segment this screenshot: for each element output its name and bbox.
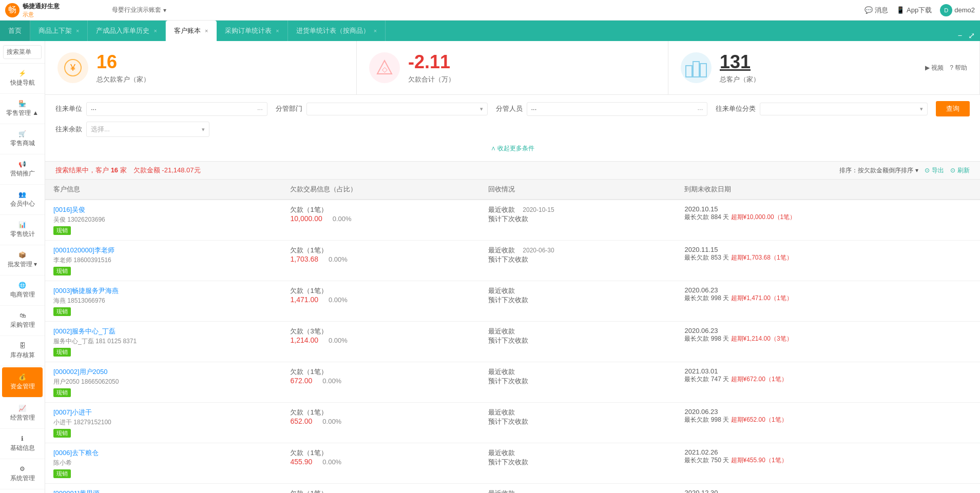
customer-sub-3: 服务中心_丁磊 181 0125 8371	[53, 337, 274, 346]
tab-purchase-order-close[interactable]: ×	[276, 28, 279, 34]
cell-overdue-0: 2020.10.15 最长欠款 884 天 超期¥10,000.00（1笔）	[676, 200, 980, 241]
stat-info-3: 131 总客户（家）	[720, 51, 760, 84]
sort-arrow: ▾	[915, 167, 918, 174]
main-area: 搜索菜单 ⚡ 快捷导航 🏪 零售管理 ▲ 🛒 零售商城 📢 营销推广 👥 会员中…	[0, 41, 980, 493]
overdue-link-5[interactable]: 超期¥652.00（1笔）	[731, 416, 787, 423]
cell-customer-4: [000002]用户2050 用户2050 18665062050 现销	[45, 362, 282, 403]
collection-info-0: 最近收款 2020-10-15	[488, 205, 668, 214]
sidebar-item-retail-mgmt[interactable]: 🏪 零售管理 ▲	[0, 94, 45, 124]
help-btn[interactable]: ? 帮助	[950, 64, 967, 72]
tab-production-history[interactable]: 产成品入库单历史 ×	[88, 21, 165, 41]
customer-name-link-6[interactable]: [0006]去下粮仓	[53, 448, 274, 458]
filter-dept-select[interactable]: ▾	[306, 103, 488, 115]
customer-sub-1: 李老师 18600391516	[53, 256, 274, 265]
result-prefix: 搜索结果中，客户	[55, 166, 109, 174]
cell-overdue-2: 2020.06.23 最长欠款 998 天 超期¥1,471.00（1笔）	[676, 281, 980, 322]
stats-row: ¥ 16 总欠款客户（家） ◇ -2.11 欠款合计（万）	[45, 41, 980, 95]
filter-category: 往来单位分类 ▾	[716, 103, 928, 115]
tab-products-offshelf-close[interactable]: ×	[76, 28, 79, 34]
last-collect-label-3: 最近收款	[488, 327, 515, 335]
sidebar-item-purchase[interactable]: 🛍 采购管理	[0, 306, 45, 336]
sidebar-item-marketing[interactable]: 📢 营销推广	[0, 154, 45, 185]
sidebar-item-batch-mgmt[interactable]: 📦 批发管理 ▾	[0, 245, 45, 275]
filter-balance-select[interactable]: 选择... ▾	[86, 122, 209, 137]
sidebar-item-inventory[interactable]: 🗄 库存核算	[0, 336, 45, 366]
refresh-icon: ⊙	[950, 167, 955, 174]
tab-home[interactable]: 首页	[0, 21, 30, 41]
filter-person-label: 分管人员	[496, 104, 523, 113]
svg-text:¥: ¥	[70, 63, 76, 73]
sidebar-item-ecommerce[interactable]: 🌐 电商管理	[0, 275, 45, 306]
sidebar-item-system[interactable]: ⚙ 系统管理	[0, 459, 45, 489]
industry-label: 母婴行业演示账套	[112, 6, 161, 14]
sidebar-item-enterprise[interactable]: 🏢 企业协同	[0, 489, 45, 493]
customer-sub-0: 吴俊 13026203696	[53, 215, 274, 224]
last-collect-label-2: 最近收款	[488, 287, 515, 294]
owe-count-1: 欠款（1笔）	[290, 246, 471, 255]
sidebar-item-retail-mall[interactable]: 🛒 零售商城	[0, 124, 45, 154]
sidebar-item-base-info[interactable]: ℹ 基础信息	[0, 429, 45, 459]
tab-customer-account-close[interactable]: ×	[205, 28, 208, 34]
sidebar-item-finance[interactable]: 💰 资金管理	[2, 367, 43, 398]
filter-category-select[interactable]: ▾	[760, 103, 928, 115]
owe-count-6: 欠款（1笔）	[290, 448, 471, 458]
customer-name-link-3[interactable]: [0002]服务中心_丁磊	[53, 327, 274, 336]
overdue-link-4[interactable]: 超期¥672.00（1笔）	[731, 376, 787, 383]
tab-shrink-icon[interactable]: －	[956, 30, 964, 41]
filter-person-input[interactable]: ···	[527, 102, 708, 116]
tab-purchase-stats-close[interactable]: ×	[374, 28, 377, 34]
tab-purchase-stats[interactable]: 进货单统计表（按商品） ×	[288, 21, 386, 41]
top-bar-right: 💬 消息 📱 App下载 D demo2	[864, 4, 975, 16]
tab-customer-account[interactable]: 客户账本 ×	[166, 21, 217, 41]
ecommerce-icon: 🌐	[18, 282, 26, 289]
app-download-btn[interactable]: 📱 App下载	[896, 6, 932, 15]
overdue-link-3[interactable]: 超期¥1,214.00（3笔）	[731, 335, 793, 342]
sort-select[interactable]: 排序：按欠款金额倒序排序 ▾	[839, 166, 918, 175]
video-btn[interactable]: ▶ 视频	[925, 64, 944, 72]
filter-unit-input[interactable]: ···	[86, 102, 267, 116]
overdue-date-4: 2021.03.01	[684, 367, 972, 375]
customer-name-link-5[interactable]: [0007]小进干	[53, 408, 274, 417]
customer-name-link-4[interactable]: [000002]用户2050	[53, 367, 274, 377]
logo-area: 畅 畅捷通好生意 示意	[5, 2, 108, 18]
overdue-days-5: 最长欠款 998 天 超期¥652.00（1笔）	[684, 416, 972, 424]
customer-name-link-2[interactable]: [0003]畅捷服务尹海燕	[53, 286, 274, 295]
cell-overdue-5: 2020.06.23 最长欠款 998 天 超期¥652.00（1笔）	[676, 403, 980, 443]
overdue-link-1[interactable]: 超期¥1,703.68（1笔）	[731, 254, 793, 261]
overdue-link-2[interactable]: 超期¥1,471.00（1笔）	[731, 294, 793, 302]
tab-expand-icon[interactable]: ⤢	[968, 31, 975, 41]
tab-purchase-order[interactable]: 采购订单统计表 ×	[217, 21, 287, 41]
result-info: 搜索结果中，客户 16 家 欠款金额 -21,148.07元	[55, 166, 201, 175]
customer-name-link-7[interactable]: [000001]黄思源	[53, 489, 274, 493]
search-btn[interactable]: 查询	[936, 101, 970, 116]
customer-tag-4: 现销	[53, 388, 71, 397]
customer-name-link-1[interactable]: [0001020000]李老师	[53, 246, 274, 255]
retail-mgmt-label: 零售管理 ▲	[6, 109, 39, 117]
owe-count-0: 欠款（1笔）	[290, 205, 471, 214]
message-btn[interactable]: 💬 消息	[864, 6, 888, 15]
sidebar-search-btn[interactable]: 搜索菜单	[3, 45, 42, 59]
sidebar-item-quick-nav[interactable]: ⚡ 快捷导航	[0, 64, 45, 94]
sidebar-item-member[interactable]: 👥 会员中心	[0, 185, 45, 215]
industry-select[interactable]: 母婴行业演示账套 ▾	[112, 6, 166, 14]
user-menu-btn[interactable]: D demo2	[940, 4, 975, 16]
cell-collection-3: 最近收款 预计下次收款	[480, 322, 677, 362]
sidebar-item-retail-stats[interactable]: 📊 零售统计	[0, 215, 45, 245]
filter-balance-label: 往来余款	[55, 125, 82, 134]
base-info-label: 基础信息	[10, 444, 35, 452]
finance-label: 资金管理	[10, 382, 35, 391]
overdue-link-6[interactable]: 超期¥455.90（1笔）	[731, 457, 787, 464]
stat-info-1: 16 总欠款客户（家）	[97, 51, 150, 84]
overdue-date-1: 2020.11.15	[684, 246, 972, 253]
tab-production-history-close[interactable]: ×	[153, 28, 157, 34]
collapse-btn[interactable]: ∧ 收起更多条件	[55, 142, 970, 155]
next-collect-4: 预计下次收款	[488, 377, 668, 386]
owe-percent-0: 0.00%	[333, 215, 352, 223]
sidebar-item-operations[interactable]: 📈 经营管理	[0, 399, 45, 429]
tab-products-offshelf[interactable]: 商品上下架 ×	[30, 21, 88, 41]
overdue-link-0[interactable]: 超期¥10,000.00（1笔）	[731, 213, 796, 221]
export-btn[interactable]: ⊙ 导出	[925, 166, 944, 175]
customer-sub-2: 海燕 18513066976	[53, 297, 274, 305]
customer-name-link-0[interactable]: [0016]吴俊	[53, 205, 274, 214]
refresh-btn[interactable]: ⊙ 刷新	[950, 166, 970, 175]
